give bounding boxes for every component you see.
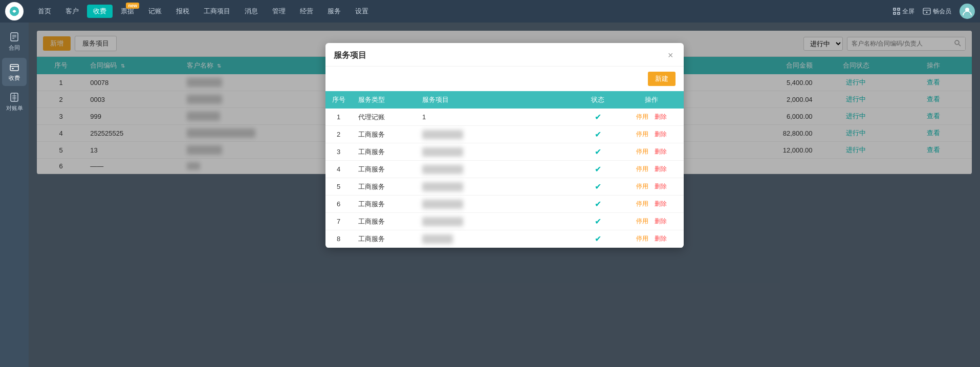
svg-rect-5 — [923, 8, 930, 14]
modal-cell-action: 停用 删除 — [619, 196, 683, 213]
modal-cell-type: 工商服务 — [352, 178, 416, 196]
modal-new-btn[interactable]: 新建 — [648, 72, 676, 86]
fullscreen-label: 全屏 — [902, 7, 914, 16]
modal-cell-seq: 4 — [325, 161, 352, 178]
modal-cell-action: 停用 删除 — [619, 230, 683, 248]
stop-btn[interactable]: 停用 — [634, 147, 650, 156]
modal-cell-action: 停用 删除 — [619, 143, 683, 161]
nav-gongshang[interactable]: 工商项目 — [198, 5, 236, 18]
modal-th-action: 操作 — [619, 91, 683, 109]
nav-piao[interactable]: 票据 new — [115, 5, 140, 18]
sidebar-label-hetong: 合同 — [9, 44, 20, 52]
modal-cell-status: ✔ — [577, 178, 620, 196]
svg-rect-2 — [898, 12, 900, 14]
member-btn[interactable]: 畅会员 — [923, 7, 951, 16]
status-check-icon: ✔ — [595, 182, 601, 191]
nav-jingying[interactable]: 经营 — [294, 5, 319, 18]
delete-btn[interactable]: 删除 — [652, 200, 669, 208]
svg-rect-14 — [12, 68, 14, 69]
stop-btn[interactable]: 停用 — [634, 182, 650, 191]
delete-btn[interactable]: 删除 — [652, 182, 669, 191]
nav-items: 首页 客户 收费 票据 new 记账 报税 工商项目 消息 管理 经营 服务 设… — [32, 5, 893, 18]
avatar[interactable] — [960, 4, 975, 19]
delete-btn[interactable]: 删除 — [652, 147, 669, 156]
nav-service[interactable]: 服务 — [321, 5, 347, 18]
modal-table-row: 4 工商服务 项目内容 ✔ 停用 删除 — [325, 161, 684, 178]
payment-icon — [9, 62, 19, 72]
contract-icon — [9, 32, 19, 42]
sidebar-item-hetong[interactable]: 合同 — [2, 28, 27, 56]
modal-cell-seq: 2 — [325, 126, 352, 143]
delete-btn[interactable]: 删除 — [652, 130, 669, 139]
status-check-icon: ✔ — [595, 113, 601, 121]
svg-rect-12 — [10, 64, 18, 71]
modal-cell-status: ✔ — [577, 143, 620, 161]
delete-btn[interactable]: 删除 — [652, 113, 669, 121]
modal-table-row: 1 代理记账 1 ✔ 停用 删除 — [325, 109, 684, 126]
status-check-icon: ✔ — [595, 200, 601, 208]
status-check-icon: ✔ — [595, 147, 601, 156]
stop-btn[interactable]: 停用 — [634, 200, 650, 208]
sidebar-label-shoufei: 收费 — [9, 74, 20, 82]
nav-message[interactable]: 消息 — [238, 5, 264, 18]
modal-cell-status: ✔ — [577, 196, 620, 213]
svg-rect-1 — [894, 8, 896, 10]
svg-rect-4 — [894, 12, 896, 14]
nav-shoufei[interactable]: 收费 — [87, 5, 113, 18]
modal-th-status: 状态 — [577, 91, 620, 109]
modal-toolbar: 新建 — [325, 67, 684, 91]
delete-btn[interactable]: 删除 — [652, 217, 669, 226]
stop-btn[interactable]: 停用 — [634, 113, 650, 121]
nav-home[interactable]: 首页 — [32, 5, 57, 18]
modal-table-row: 5 工商服务 项目内容 ✔ 停用 删除 — [325, 178, 684, 196]
modal-cell-type: 代理记账 — [352, 109, 416, 126]
modal-cell-item: 项目内容 — [416, 196, 576, 213]
modal-cell-status: ✔ — [577, 213, 620, 230]
service-modal: 服务项目 × 新建 序号 服务类型 服务项目 状态 操作 1 代理记账 — [325, 43, 684, 248]
delete-btn[interactable]: 删除 — [652, 165, 669, 174]
fullscreen-icon — [893, 8, 900, 15]
modal-cell-item: 项目内容 — [416, 161, 576, 178]
stop-btn[interactable]: 停用 — [634, 217, 650, 226]
svg-rect-3 — [898, 8, 900, 10]
nav-manage[interactable]: 管理 — [266, 5, 292, 18]
modal-th-seq: 序号 — [325, 91, 352, 109]
modal-cell-action: 停用 删除 — [619, 178, 683, 196]
member-label: 畅会员 — [933, 7, 951, 16]
modal-table-row: 6 工商服务 项目内容 ✔ 停用 删除 — [325, 196, 684, 213]
modal-table: 序号 服务类型 服务项目 状态 操作 1 代理记账 1 ✔ 停用 删除 2 工商… — [325, 91, 684, 248]
modal-th-type: 服务类型 — [352, 91, 416, 109]
status-check-icon: ✔ — [595, 165, 601, 174]
nav-account[interactable]: 记账 — [142, 5, 168, 18]
sidebar: 合同 收费 对账单 — [0, 23, 29, 367]
stop-btn[interactable]: 停用 — [634, 130, 650, 139]
fullscreen-btn[interactable]: 全屏 — [893, 7, 914, 16]
modal-cell-item: 注册 — [416, 230, 576, 248]
modal-cell-action: 停用 删除 — [619, 126, 683, 143]
modal-cell-type: 工商服务 — [352, 126, 416, 143]
logo[interactable] — [5, 2, 24, 20]
nav-tax[interactable]: 报税 — [170, 5, 195, 18]
svg-point-6 — [926, 12, 928, 13]
top-nav: 首页 客户 收费 票据 new 记账 报税 工商项目 消息 管理 经营 服务 设… — [0, 0, 980, 23]
modal-body[interactable]: 序号 服务类型 服务项目 状态 操作 1 代理记账 1 ✔ 停用 删除 2 工商… — [325, 91, 684, 248]
nav-customer[interactable]: 客户 — [59, 5, 85, 18]
modal-title: 服务项目 — [334, 50, 366, 61]
modal-cell-type: 工商服务 — [352, 161, 416, 178]
status-check-icon: ✔ — [595, 234, 601, 243]
modal-table-row: 3 工商服务 项目内容 ✔ 停用 删除 — [325, 143, 684, 161]
modal-close-btn[interactable]: × — [666, 50, 676, 61]
stop-btn[interactable]: 停用 — [634, 165, 650, 174]
stop-btn[interactable]: 停用 — [634, 234, 650, 243]
modal-cell-seq: 5 — [325, 178, 352, 196]
delete-btn[interactable]: 删除 — [652, 234, 669, 243]
sidebar-item-shoufei[interactable]: 收费 — [2, 58, 27, 86]
sidebar-item-duizhang[interactable]: 对账单 — [2, 88, 27, 116]
modal-cell-seq: 6 — [325, 196, 352, 213]
nav-settings[interactable]: 设置 — [349, 5, 375, 18]
modal-cell-type: 工商服务 — [352, 230, 416, 248]
modal-overlay: 服务项目 × 新建 序号 服务类型 服务项目 状态 操作 1 代理记账 — [29, 23, 980, 367]
modal-cell-action: 停用 删除 — [619, 161, 683, 178]
modal-cell-type: 工商服务 — [352, 143, 416, 161]
modal-cell-seq: 7 — [325, 213, 352, 230]
